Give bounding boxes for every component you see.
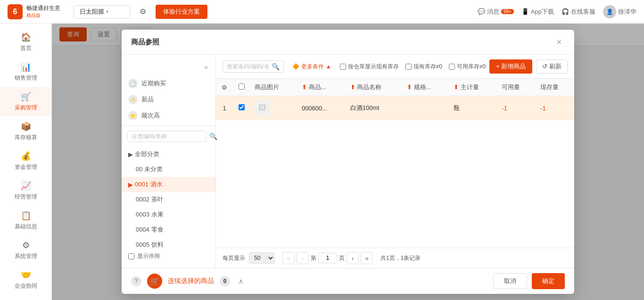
home-icon: 🏠 — [21, 32, 31, 42]
messages-item[interactable]: 💬 消息 99+ — [478, 8, 514, 16]
page-label: 第 — [311, 254, 316, 262]
collapse-button[interactable]: « — [202, 61, 210, 73]
product-search-input[interactable] — [227, 63, 269, 70]
sidebar-item-inventory[interactable]: 📦 库存核算 — [0, 117, 51, 146]
sort-icon-name: ⬆ — [350, 83, 355, 91]
th-available: 可用量 — [497, 79, 536, 96]
sort-icon-code: ⬆ — [302, 83, 307, 91]
toolbar: 🔍 🔶 更多条件 ▲ 按仓库显示现有库存 — [216, 55, 574, 79]
cat-alcohol[interactable]: ▶ 0001 酒水 — [122, 177, 215, 192]
cat-alcohol-arrow: ▶ — [128, 181, 133, 188]
sidebar-item-management[interactable]: 📈 经营管理 — [0, 176, 51, 206]
user-profile[interactable]: 👤 徐泽华 — [603, 5, 636, 18]
th-code[interactable]: ⬆ 商品... — [297, 79, 346, 96]
add-product-button[interactable]: + 新增商品 — [489, 59, 532, 74]
th-name[interactable]: ⬆ 商品名称 — [346, 79, 402, 96]
th-unit[interactable]: ⬆ 主计量 — [449, 79, 497, 96]
cart-text: 连续选择的商品 — [168, 277, 214, 285]
th-current: 现存量 — [536, 79, 574, 96]
cat-all-arrow: ▶ — [128, 151, 133, 158]
td-seq: 1 — [216, 96, 233, 120]
sidebar-item-collab[interactable]: 🤝 企业协同 — [0, 265, 51, 295]
system-icon: ⚙ — [22, 240, 30, 250]
finance-icon: 💰 — [21, 151, 31, 161]
message-icon: 💬 — [478, 8, 485, 15]
row-checkbox[interactable] — [239, 104, 245, 110]
show-disabled-checkbox[interactable] — [128, 253, 134, 259]
td-image: 🖼 — [250, 96, 297, 120]
modal-title: 商品参照 — [131, 38, 159, 47]
quick-item-new[interactable]: ✨ 新品 — [122, 92, 215, 108]
sidebar-item-sales[interactable]: 📊 销售管理 — [0, 57, 51, 87]
cart-button[interactable]: 🛒 — [147, 274, 162, 289]
pagination-bar: 每页显示 50 20 100 « ‹ 第 页 — [216, 248, 574, 268]
available-nonzero-checkbox[interactable] — [449, 64, 455, 70]
quick-item-frequent[interactable]: ⭐ 频次高 — [122, 108, 215, 124]
product-reference-modal: 商品参照 × « 🕐 近期购买 — [122, 30, 574, 294]
cat-tea[interactable]: 0002 茶叶 — [122, 192, 215, 207]
collapse-cart-icon[interactable]: ∧ — [236, 276, 246, 286]
cat-drinks[interactable]: 0005 饮料 — [122, 237, 215, 249]
app-download-item[interactable]: 📱 App下载 — [521, 8, 554, 16]
cat-snacks[interactable]: 0004 零食 — [122, 222, 215, 237]
td-available: -1 — [497, 96, 536, 120]
select-all-checkbox[interactable] — [239, 83, 245, 90]
warehouse-checkbox[interactable] — [340, 64, 346, 70]
filter-button[interactable]: 🔶 更多条件 ▲ — [288, 60, 336, 73]
sales-icon: 📊 — [21, 62, 31, 72]
prev-page-button[interactable]: ‹ — [297, 252, 309, 264]
sidebar-item-guide[interactable]: 🎯 新手引导 — [0, 295, 51, 300]
sidebar-label-collab: 企业协同 — [15, 282, 37, 290]
headset-icon: 🎧 — [561, 8, 569, 15]
right-panel: 🔍 🔶 更多条件 ▲ 按仓库显示现有库存 — [216, 55, 574, 268]
td-unit: 瓶 — [449, 96, 497, 120]
sidebar-item-finance[interactable]: 💰 资金管理 — [0, 146, 51, 176]
settings-icon[interactable]: ⚙ — [136, 5, 150, 19]
th-spec[interactable]: ⬆ 规格... — [402, 79, 449, 96]
page-number-input[interactable] — [318, 253, 337, 263]
sort-icon-unit: ⬆ — [454, 83, 459, 91]
cat-fruit[interactable]: 0003 水果 — [122, 207, 215, 222]
footer-actions: 取消 确定 — [493, 273, 565, 289]
cat-unclassified[interactable]: 00 未分类 — [122, 162, 215, 177]
inventory-icon: 📦 — [21, 121, 31, 132]
left-panel: « 🕐 近期购买 ✨ 新品 ⭐ 频次高 — [122, 55, 216, 268]
sidebar-item-home[interactable]: 🏠 首页 — [0, 27, 51, 57]
next-page-button[interactable]: › — [347, 252, 359, 264]
help-icon[interactable]: ? — [131, 276, 141, 286]
modal-close-button[interactable]: × — [553, 36, 565, 48]
stock-nonzero-checkbox[interactable] — [405, 64, 412, 70]
modal-overlay: 商品参照 × « 🕐 近期购买 — [52, 24, 644, 300]
first-page-button[interactable]: « — [282, 252, 295, 264]
cancel-button[interactable]: 取消 — [493, 273, 527, 289]
quick-item-recent[interactable]: 🕐 近期购买 — [122, 75, 215, 92]
avatar: 👤 — [603, 5, 616, 18]
category-search-input[interactable] — [127, 131, 206, 142]
store-select[interactable]: 日太阳膜 ▾ — [74, 5, 130, 18]
table-refresh-button[interactable]: ↺ 刷新 — [536, 59, 568, 74]
table-row[interactable]: 1 🖼 000600... 白酒100ml 瓶 — [216, 96, 574, 120]
last-page-button[interactable]: » — [361, 252, 373, 264]
content-area: 查询 设置 ↺ 刷新 商品参照 × « — [52, 24, 644, 300]
page-total: 共1页，1条记录 — [380, 254, 421, 262]
show-disabled-row: 显示停用 — [122, 249, 215, 264]
page-size-select[interactable]: 50 20 100 — [249, 252, 275, 264]
service-item[interactable]: 🎧 在线客服 — [561, 8, 595, 16]
sidebar-label-home: 首页 — [20, 44, 32, 52]
sidebar-item-system[interactable]: ⚙ 系统管理 — [0, 235, 51, 265]
th-settings[interactable]: ⚙ — [216, 79, 233, 96]
product-search-icon[interactable]: 🔍 — [272, 63, 280, 70]
cat-all[interactable]: ▶ 全部分类 — [122, 147, 215, 162]
checkbox-available-nonzero[interactable]: 可用库存≠0 — [449, 63, 486, 71]
top-nav: 6 畅捷通好生意 精品版 日太阳膜 ▾ ⚙ 体验行业方案 💬 消息 99+ 📱 … — [0, 0, 644, 24]
logo-area: 6 畅捷通好生意 精品版 — [8, 4, 64, 19]
checkbox-warehouse[interactable]: 按仓库显示现有库存 — [340, 63, 399, 71]
logo-text: 畅捷通好生意 精品版 — [26, 4, 60, 19]
sidebar-item-purchase[interactable]: 🛒 采购管理 — [0, 87, 51, 117]
confirm-button[interactable]: 确定 — [532, 273, 565, 289]
basic-icon: 📋 — [21, 210, 31, 221]
sidebar-item-basic[interactable]: 📋 基础信息 — [0, 206, 51, 235]
trial-button[interactable]: 体验行业方案 — [156, 5, 207, 19]
td-checkbox[interactable] — [233, 96, 250, 120]
checkbox-stock-nonzero[interactable]: 现有库存≠0 — [405, 63, 442, 71]
